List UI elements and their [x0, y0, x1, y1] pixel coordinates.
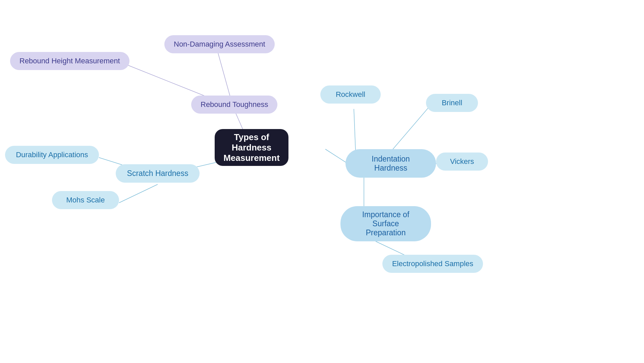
durability-applications-node[interactable]: Durability Applications — [5, 146, 99, 164]
center-node[interactable]: Types of HardnessMeasurement — [215, 129, 288, 166]
brinell-node[interactable]: Brinell — [426, 94, 478, 112]
rebound-height-measurement-node[interactable]: Rebound Height Measurement — [10, 52, 129, 70]
rebound-toughness-node[interactable]: Rebound Toughness — [191, 96, 277, 114]
indentation-hardness-node[interactable]: Indentation Hardness — [345, 149, 436, 178]
scratch-hardness-node[interactable]: Scratch Hardness — [116, 164, 200, 183]
vickers-node[interactable]: Vickers — [436, 153, 488, 171]
electropolished-samples-node[interactable]: Electropolished Samples — [382, 255, 483, 273]
mohs-scale-node[interactable]: Mohs Scale — [52, 191, 119, 209]
surface-preparation-node[interactable]: Importance of SurfacePreparation — [340, 206, 431, 241]
rockwell-node[interactable]: Rockwell — [320, 85, 381, 104]
svg-line-5 — [119, 184, 158, 203]
svg-line-11 — [376, 241, 408, 256]
svg-line-7 — [354, 109, 356, 151]
non-damaging-assessment-node[interactable]: Non-Damaging Assessment — [164, 35, 275, 53]
